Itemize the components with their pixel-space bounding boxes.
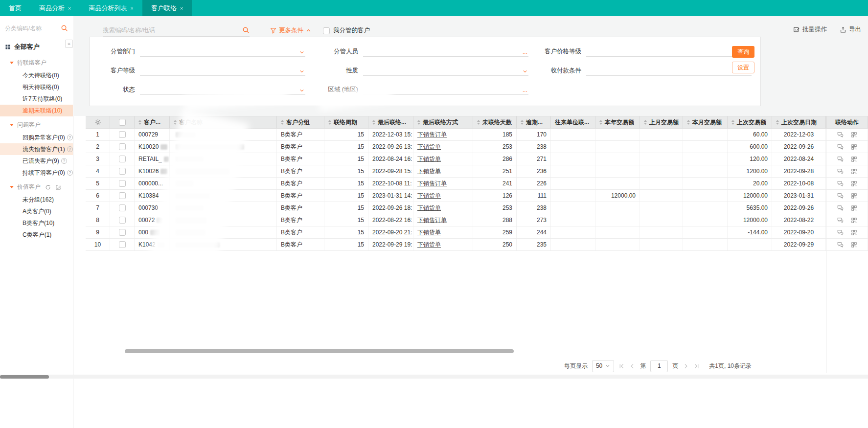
contact-method-link[interactable]: 下销货单 (417, 228, 441, 237)
contact-chat-icon[interactable] (837, 168, 844, 175)
row-checkbox[interactable] (119, 143, 126, 150)
row-checkbox[interactable] (119, 192, 126, 199)
tree-group-待联络客户[interactable]: 待联络客户 (0, 54, 73, 69)
tab-首页[interactable]: 首页 (0, 0, 30, 16)
next-page-button[interactable] (683, 363, 689, 369)
tree-item-B类客户(10)[interactable]: B类客户(10) (0, 217, 73, 229)
sidebar-item-all-customers[interactable]: 全部客户 (0, 43, 73, 51)
row-checkbox[interactable] (119, 241, 126, 248)
tree-item-持续下滑客户(0)[interactable]: 持续下滑客户(0)? (0, 167, 73, 179)
per-page-select[interactable]: 50 (592, 360, 614, 372)
tree-item-回购异常客户(0)[interactable]: 回购异常客户(0)? (0, 132, 73, 143)
ellipsis-lookup-icon[interactable]: ... (523, 87, 527, 93)
filter-input-分管部门[interactable] (140, 45, 305, 57)
contact-grid-icon[interactable] (851, 168, 857, 175)
page-input[interactable] (650, 360, 668, 372)
export-button[interactable]: 导出 (840, 25, 861, 34)
row-checkbox[interactable] (119, 156, 126, 162)
row-checkbox[interactable] (119, 131, 126, 138)
col-header-year_amt[interactable]: 本年交易额 (595, 116, 640, 128)
col-header-last_date[interactable]: 上次交易日期 (772, 116, 826, 128)
tree-item-明天待联络(0)[interactable]: 明天待联络(0) (0, 81, 73, 93)
tree-item-今天待联络(0)[interactable]: 今天待联络(0) (0, 69, 73, 81)
col-header-this_month_amt[interactable]: 本月交易额 (683, 116, 728, 128)
category-search-input[interactable] (5, 25, 61, 32)
contact-grid-icon[interactable] (851, 242, 857, 248)
contact-grid-icon[interactable] (851, 229, 857, 236)
tree-item-A类客户(0)[interactable]: A类客户(0) (0, 205, 73, 217)
batch-operations-button[interactable]: 批量操作 (793, 25, 827, 34)
contact-chat-icon[interactable] (837, 217, 844, 224)
contact-grid-icon[interactable] (851, 132, 857, 138)
contact-method-link[interactable]: 下销货单 (417, 143, 441, 151)
contact-method-link[interactable]: 下销货单 (417, 241, 441, 249)
contact-grid-icon[interactable] (851, 217, 857, 224)
col-header-method[interactable]: 最后联络方式 (413, 116, 473, 128)
contact-chat-icon[interactable] (837, 131, 844, 138)
my-customers-checkbox[interactable] (323, 27, 330, 34)
chevron-down-icon[interactable] (299, 50, 304, 55)
contact-method-link[interactable]: 下销售订单 (417, 180, 447, 188)
contact-chat-icon[interactable] (837, 204, 844, 211)
filter-input-客户价格等级[interactable] (586, 45, 752, 57)
tree-item-已流失客户(9)[interactable]: 已流失客户(9)? (0, 155, 73, 167)
col-header-last_contact[interactable]: 最后联络... (368, 116, 413, 128)
search-icon[interactable] (61, 24, 68, 32)
row-checkbox[interactable] (119, 180, 126, 187)
contact-grid-icon[interactable] (851, 180, 857, 187)
tab-close-icon[interactable]: × (180, 5, 183, 11)
contact-chat-icon[interactable] (837, 156, 844, 162)
sidebar-collapse-button[interactable]: « (65, 40, 73, 48)
contact-method-link[interactable]: 下销售订单 (417, 131, 447, 139)
contact-grid-icon[interactable] (851, 205, 857, 211)
filter-input-收付款条件[interactable] (586, 64, 752, 76)
chevron-down-icon[interactable] (299, 88, 304, 93)
tree-item-逾期未联络(10)[interactable]: 逾期未联络(10) (0, 105, 73, 116)
settings-button[interactable]: 设置 (732, 62, 754, 73)
filter-input-性质[interactable] (363, 64, 528, 76)
contact-method-link[interactable]: 下销售订单 (417, 216, 447, 225)
tree-item-未分组(162)[interactable]: 未分组(162) (0, 194, 73, 205)
col-header-last_amt[interactable]: 上次交易额 (728, 116, 772, 128)
tab-close-icon[interactable]: × (130, 5, 133, 11)
tab-客户联络[interactable]: 客户联络× (142, 0, 192, 16)
row-checkbox[interactable] (119, 229, 126, 236)
contact-method-link[interactable]: 下销货单 (417, 167, 441, 176)
prev-page-button[interactable] (629, 363, 636, 369)
tree-item-C类客户(1)[interactable]: C类客户(1) (0, 229, 73, 241)
query-button[interactable]: 查询 (732, 46, 754, 58)
contact-method-link[interactable]: 下销货单 (417, 155, 441, 163)
my-customers-filter[interactable]: 我分管的客户 (323, 26, 370, 35)
filter-input-客户等级[interactable] (140, 64, 305, 76)
contact-method-link[interactable]: 下销货单 (417, 204, 441, 212)
contact-method-link[interactable]: 下销货单 (417, 192, 441, 200)
tab-close-icon[interactable]: × (68, 5, 71, 11)
row-checkbox[interactable] (119, 204, 126, 211)
col-header-days[interactable]: 未联络天数 (473, 116, 517, 128)
contact-chat-icon[interactable] (837, 180, 844, 187)
tree-group-价值客户[interactable]: 价值客户 (0, 179, 73, 194)
edit-icon[interactable] (55, 184, 61, 190)
col-header-group[interactable]: 客户分组 (277, 116, 324, 128)
search-icon[interactable] (242, 26, 250, 34)
tab-商品分析[interactable]: 商品分析× (30, 0, 80, 16)
tree-group-问题客户[interactable]: 问题客户 (0, 116, 73, 132)
contact-chat-icon[interactable] (837, 192, 844, 199)
horizontal-scrollbar[interactable] (125, 349, 514, 353)
contact-chat-icon[interactable] (837, 143, 844, 150)
refresh-icon[interactable] (45, 184, 51, 190)
col-header-rownum[interactable] (86, 116, 110, 128)
contact-grid-icon[interactable] (851, 144, 857, 150)
col-header-overdue[interactable]: 逾期... (517, 116, 551, 128)
customer-search-input[interactable] (103, 27, 242, 34)
first-page-button[interactable] (618, 363, 625, 369)
contact-chat-icon[interactable] (837, 241, 844, 248)
tree-item-近7天待联络(0)[interactable]: 近7天待联络(0) (0, 93, 73, 105)
contact-grid-icon[interactable] (851, 156, 857, 162)
last-page-button[interactable] (693, 363, 700, 369)
column-settings-gear-icon[interactable] (94, 119, 101, 126)
ellipsis-lookup-icon[interactable]: ... (523, 49, 527, 55)
row-checkbox[interactable] (119, 168, 126, 175)
contact-grid-icon[interactable] (851, 193, 857, 199)
filter-input-区域 (地区)[interactable]: ... (363, 83, 528, 95)
